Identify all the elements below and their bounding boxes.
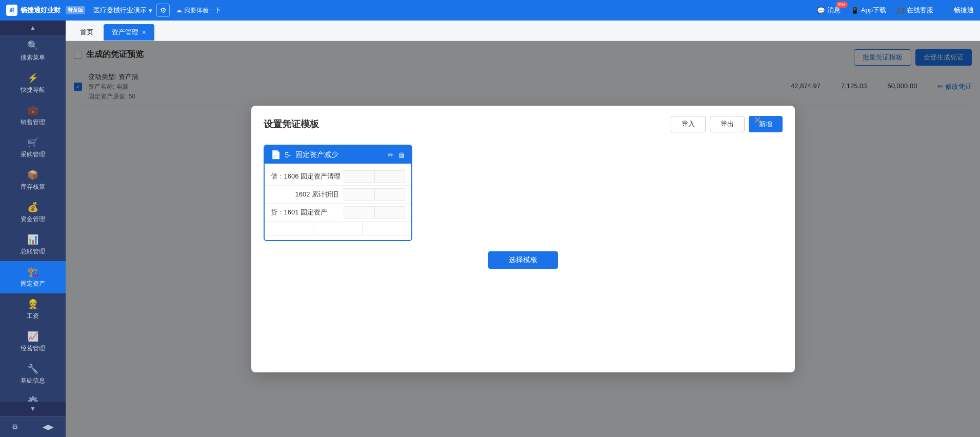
modal-dialog: 设置凭证模板 导入 导出 新增 ✕ 📄 xyxy=(251,106,795,372)
online-service-item[interactable]: 🎧 在线客服 xyxy=(896,6,933,15)
sidebar-item-payroll[interactable]: 👷 工资 xyxy=(0,293,66,326)
delete-template-btn[interactable]: 🗑 xyxy=(398,151,405,159)
page-content: × ⤢ 生成的凭证预览 批量凭证模板 全部生成凭证 ✓ 变动类型: 资产清 xyxy=(66,41,980,437)
app-download-item[interactable]: 📱 App下载 xyxy=(851,6,886,15)
sidebar-label-sales: 销售管理 xyxy=(21,118,45,127)
card-actions: ✏ 🗑 xyxy=(388,151,405,159)
sidebar-item-operations[interactable]: 📈 经营管理 xyxy=(0,326,66,358)
sidebar-bottom-row: ⚙ ◀▶ xyxy=(0,416,66,437)
sidebar-scroll-area: 🔍 搜索菜单 ⚡ 快捷导航 💼 销售管理 🛒 采购管理 📦 库存核算 💰 xyxy=(0,35,66,402)
operations-icon: 📈 xyxy=(27,331,38,342)
modal-close-button[interactable]: ✕ xyxy=(752,114,764,126)
modal-overlay: 设置凭证模板 导入 导出 新增 ✕ 📄 xyxy=(66,41,980,437)
company-selector[interactable]: 医疗器械行业演示 ▾ xyxy=(93,6,152,15)
entry-col-credit-1 xyxy=(374,170,405,183)
entry-cols-3 xyxy=(344,206,405,218)
content-area: 首页 资产管理 ✕ × ⤢ 生成的凭证预览 xyxy=(66,21,980,437)
cloud-icon: ☁ xyxy=(176,7,182,14)
avatar-icon: 👤 xyxy=(944,7,952,14)
entry-empty-row xyxy=(265,222,411,236)
template-doc-icon: 📄 xyxy=(271,150,281,160)
template-number: 5- xyxy=(285,151,291,159)
sidebar-label-inventory: 库存核算 xyxy=(21,183,45,191)
logo-icon: 财 xyxy=(6,5,17,16)
tab-asset-management[interactable]: 资产管理 ✕ xyxy=(104,24,154,41)
collapse-btn[interactable]: ◀▶ xyxy=(38,421,58,433)
system-icon: ⚙️ xyxy=(27,395,38,402)
modal-action-buttons: 导入 导出 新增 xyxy=(671,116,783,132)
sidebar-label-finance: 资金管理 xyxy=(21,215,45,224)
entry-row-1: 借： 1606 固定资产清理 xyxy=(265,168,411,186)
sidebar-bottom: ⚙ ◀▶ xyxy=(0,416,66,437)
logo-area: 财 畅捷通好业财 普及版 xyxy=(6,5,85,16)
entry-cols-1 xyxy=(344,170,405,183)
messages-item[interactable]: 💬 消息 99+ xyxy=(817,6,841,15)
sidebar-label-purchase: 采购管理 xyxy=(21,150,45,159)
tab-close-icon[interactable]: ✕ xyxy=(142,29,146,36)
modal-body: 📄 5- 固定资产减少 ✏ 🗑 xyxy=(251,132,795,372)
sidebar-item-search[interactable]: 🔍 搜索菜单 xyxy=(0,35,66,67)
modal-header: 设置凭证模板 导入 导出 新增 xyxy=(251,106,795,132)
template-card: 📄 5- 固定资产减少 ✏ 🗑 xyxy=(264,145,412,241)
sidebar-label-operations: 经营管理 xyxy=(21,344,45,353)
empty-col-2 xyxy=(313,222,363,235)
basic-info-icon: 🔧 xyxy=(27,363,38,374)
settings-icon[interactable]: ⚙ xyxy=(156,4,170,17)
select-template-button[interactable]: 选择模板 xyxy=(488,251,558,269)
entry-account-1: 1606 固定资产清理 xyxy=(284,172,341,181)
empty-col-3 xyxy=(363,222,411,235)
entry-col-debit-3 xyxy=(344,206,374,218)
sidebar-label-fixed-assets: 固定资产 xyxy=(21,280,45,288)
sidebar-item-system[interactable]: ⚙️ 系统管理 xyxy=(0,390,66,402)
sidebar-item-fixed-assets[interactable]: 🏗️ 固定资产 xyxy=(0,261,66,293)
sidebar-item-ledger[interactable]: 📊 总账管理 xyxy=(0,229,66,261)
sidebar-label-search: 搜索菜单 xyxy=(21,53,45,62)
download-icon: 📱 xyxy=(851,7,859,14)
entry-col-debit-2 xyxy=(344,188,374,201)
import-button[interactable]: 导入 xyxy=(671,116,706,132)
entry-account-2: 1602 累计折旧 xyxy=(295,190,339,199)
sidebar-item-purchase[interactable]: 🛒 采购管理 xyxy=(0,132,66,164)
sidebar-scroll-up[interactable]: ▲ xyxy=(0,21,66,35)
experience-label: 我要体验一下 xyxy=(184,6,221,15)
ledger-icon: 📊 xyxy=(27,234,38,245)
finance-icon: 💰 xyxy=(27,202,38,213)
user-name: 畅捷通 xyxy=(954,6,974,15)
entry-account-3: 1601 固定资产 xyxy=(284,208,328,217)
entry-col-credit-3 xyxy=(374,206,405,218)
sidebar-item-sales[interactable]: 💼 销售管理 xyxy=(0,100,66,132)
settings-bottom-btn[interactable]: ⚙ xyxy=(8,421,23,433)
entry-col-credit-2 xyxy=(374,188,405,201)
entry-cols-2 xyxy=(344,188,405,201)
purchase-icon: 🛒 xyxy=(27,137,38,148)
shortcut-icon: ⚡ xyxy=(27,72,38,84)
sidebar-item-basic-info[interactable]: 🔧 基础信息 xyxy=(0,358,66,390)
inventory-icon: 📦 xyxy=(27,169,38,181)
sales-icon: 💼 xyxy=(27,105,38,116)
entry-type-1: 借： xyxy=(271,172,284,181)
entry-row-3: 贷： 1601 固定资产 xyxy=(265,204,411,222)
sidebar-item-inventory[interactable]: 📦 库存核算 xyxy=(0,164,66,196)
tab-asset-label: 资产管理 xyxy=(112,28,138,37)
empty-col-1 xyxy=(265,222,314,235)
sidebar-label-payroll: 工资 xyxy=(27,312,39,321)
header-right: 💬 消息 99+ 📱 App下载 🎧 在线客服 👤 畅捷通 xyxy=(817,6,974,15)
modal-title: 设置凭证模板 xyxy=(264,118,319,130)
sidebar-item-finance[interactable]: 💰 资金管理 xyxy=(0,196,66,229)
edition-badge: 普及版 xyxy=(66,6,85,14)
sidebar-item-shortcut[interactable]: ⚡ 快捷导航 xyxy=(0,67,66,100)
sidebar-scroll-down[interactable]: ▼ xyxy=(0,402,66,416)
search-icon: 🔍 xyxy=(27,40,38,51)
message-icon: 💬 xyxy=(817,7,825,14)
tab-home[interactable]: 首页 xyxy=(72,24,102,41)
tab-bar: 首页 资产管理 ✕ xyxy=(66,21,980,41)
template-card-header: 📄 5- 固定资产减少 ✏ 🗑 xyxy=(265,146,411,164)
export-button[interactable]: 导出 xyxy=(710,116,745,132)
user-item[interactable]: 👤 畅捷通 xyxy=(944,6,974,15)
edit-template-btn[interactable]: ✏ xyxy=(388,151,394,159)
app-name: 畅捷通好业财 xyxy=(21,6,61,15)
tab-home-label: 首页 xyxy=(80,28,93,37)
main-layout: ▲ 🔍 搜索菜单 ⚡ 快捷导航 💼 销售管理 🛒 采购管理 📦 库存核算 xyxy=(0,21,980,437)
sidebar-label-basic-info: 基础信息 xyxy=(21,376,45,385)
experience-button[interactable]: ☁ 我要体验一下 xyxy=(176,6,221,15)
